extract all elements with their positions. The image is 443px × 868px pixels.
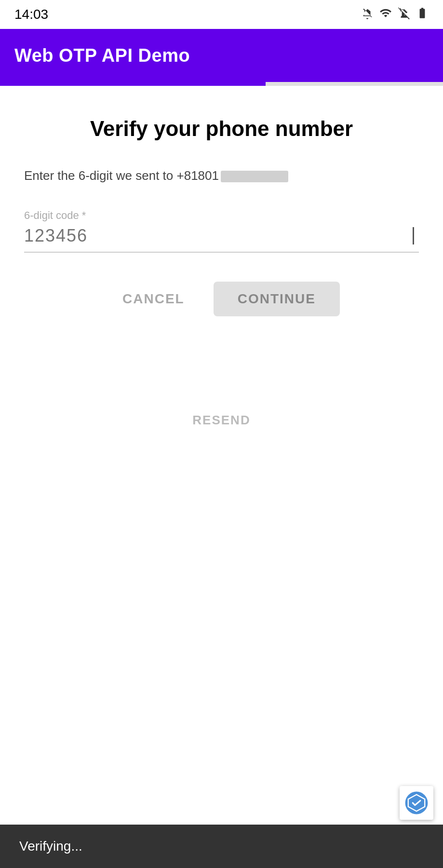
app-bar: Web OTP API Demo — [0, 29, 443, 82]
signal-icon — [398, 7, 410, 22]
otp-input[interactable] — [24, 226, 419, 246]
status-time: 14:03 — [14, 7, 48, 22]
wifi-icon — [379, 7, 392, 22]
subtitle-prefix: Enter the 6-digit we sent to +81801 — [24, 168, 219, 183]
toast-bar: Verifying... — [0, 825, 443, 868]
resend-button[interactable]: RESEND — [192, 413, 250, 428]
status-icons — [361, 7, 429, 22]
battery-icon — [416, 7, 429, 22]
page-title: Verify your phone number — [24, 115, 419, 142]
otp-input-group[interactable]: 6-digit code * — [24, 209, 419, 253]
cancel-button[interactable]: CANCEL — [103, 282, 204, 316]
progress-bar-fill — [0, 82, 266, 86]
notification-off-icon — [361, 7, 374, 22]
status-bar: 14:03 — [0, 0, 443, 29]
main-content: Verify your phone number Enter the 6-dig… — [0, 86, 443, 447]
subtitle-text: Enter the 6-digit we sent to +81801 — [24, 166, 419, 185]
recaptcha-badge — [400, 786, 433, 820]
toast-text: Verifying... — [19, 839, 82, 854]
otp-input-label: 6-digit code * — [24, 209, 419, 222]
progress-bar-container — [0, 82, 443, 86]
continue-button[interactable]: CONTINUE — [214, 282, 340, 316]
resend-section: RESEND — [24, 413, 419, 428]
buttons-row: CANCEL CONTINUE — [24, 282, 419, 316]
input-cursor — [413, 227, 414, 244]
recaptcha-icon — [404, 791, 429, 815]
app-bar-title: Web OTP API Demo — [14, 45, 190, 66]
phone-redacted — [221, 171, 288, 182]
